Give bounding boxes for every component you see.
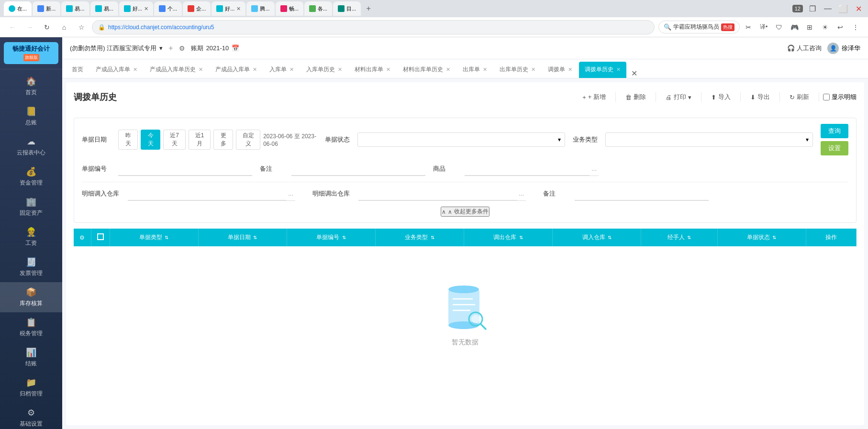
th-out-warehouse[interactable]: 调出仓库 ⇅ — [464, 229, 553, 246]
tab-material-outbound[interactable]: 材料出库单 ✕ — [349, 62, 396, 78]
scissors-icon[interactable]: ✂ — [742, 21, 755, 34]
goods-more-icon[interactable]: ... — [590, 165, 599, 172]
tab-inbound[interactable]: 入库单 ✕ — [264, 62, 300, 78]
date-btn-more[interactable]: 更多 — [213, 130, 233, 150]
grid-icon[interactable]: ⊞ — [803, 21, 816, 34]
date-btn-custom[interactable]: 自定义 — [236, 130, 260, 150]
sidebar-item-cloud-report[interactable]: ☁ 云报表中心 — [0, 132, 62, 162]
refresh-button[interactable]: ↻ — [40, 21, 54, 34]
close-all-tabs-button[interactable]: ✕ — [631, 69, 637, 78]
detail-out-input[interactable] — [358, 186, 517, 200]
restore-window-btn[interactable]: ❐ — [807, 3, 818, 14]
query-button[interactable]: 查询 — [821, 124, 848, 138]
tab-close-outbound-history[interactable]: ✕ — [531, 66, 535, 73]
tab-transfer-history[interactable]: 调拨单历史 ✕ — [579, 62, 626, 78]
sidebar-item-fund[interactable]: 💰 资金管理 — [0, 162, 62, 192]
th-order-date[interactable]: 单据日期 ⇅ — [198, 229, 287, 246]
plus-icon[interactable]: + — [168, 44, 173, 53]
refresh-toolbar-button[interactable]: ↻ 刷新 — [784, 90, 815, 104]
th-order-no[interactable]: 单据编号 ⇅ — [287, 229, 375, 246]
sidebar-item-ledger[interactable]: 📒 总账 — [0, 101, 62, 132]
th-order-type[interactable]: 单据类型 ⇅ — [110, 229, 198, 246]
close-window-btn[interactable]: ✕ — [853, 3, 864, 14]
browser-tab-4[interactable]: 好... ✕ — [119, 1, 153, 16]
th-checkbox[interactable] — [91, 229, 110, 246]
th-handler[interactable]: 经手人 ⇅ — [641, 229, 717, 246]
period-selector[interactable]: 账期 2021-10 📅 — [191, 44, 240, 53]
menu-icon[interactable]: ⋮ — [849, 21, 862, 34]
url-bar[interactable]: 🔒 https://cloud.chanjet.com/accounting/u… — [92, 20, 655, 34]
gear-icon-top[interactable]: ⚙ — [179, 44, 185, 52]
select-all-checkbox[interactable] — [97, 233, 104, 240]
table-settings-icon[interactable]: ⚙ — [79, 234, 85, 241]
tab-outbound-history[interactable]: 出库单历史 ✕ — [494, 62, 541, 78]
export-button[interactable]: ⬇ 导出 — [745, 90, 776, 104]
detail-out-more-icon[interactable]: ... — [517, 190, 526, 197]
tab-close-transfer[interactable]: ✕ — [568, 66, 572, 73]
sidebar-item-invoice[interactable]: 🧾 发票管理 — [0, 252, 62, 282]
date-btn-yesterday[interactable]: 昨天 — [118, 130, 138, 150]
date-btn-today[interactable]: 今天 — [141, 130, 160, 150]
date-btn-7days[interactable]: 近7天 — [163, 130, 185, 150]
remark-input[interactable] — [291, 161, 425, 176]
new-tab-button[interactable]: + — [362, 2, 375, 15]
browser-tab-chanjet[interactable]: 在... — [4, 1, 32, 16]
sidebar-item-tax[interactable]: 📋 税务管理 — [0, 312, 62, 342]
bookmark-button[interactable]: ☆ — [75, 21, 88, 34]
browser-tab-8[interactable]: 腾... — [246, 1, 274, 16]
company-selector[interactable]: (勿删勿禁用) 江西服宝测试专用 ▾ — [70, 44, 163, 53]
tab-close-transfer-history[interactable]: ✕ — [616, 66, 621, 73]
sidebar-item-archive[interactable]: 📁 归档管理 — [0, 373, 62, 403]
sidebar-item-closing[interactable]: 📊 结账 — [0, 342, 62, 373]
browser-search-bar[interactable]: 🔍 学霸应聘场驱鸟员 热搜 — [658, 21, 740, 33]
tab-close-inbound[interactable]: ✕ — [289, 66, 294, 73]
th-biz-type[interactable]: 业务类型 ⇅ — [375, 229, 464, 246]
tab-fg-inbound-2[interactable]: 产成品入库单 ✕ — [210, 62, 263, 78]
minimize-window-btn[interactable]: — — [822, 3, 834, 14]
settings-button[interactable]: 设置 — [821, 141, 848, 155]
tab-close-icon-7[interactable]: ✕ — [236, 6, 241, 12]
delete-button[interactable]: 🗑 删除 — [620, 90, 652, 104]
tab-fg-inbound-history[interactable]: 产成品入库单历史 ✕ — [144, 62, 209, 78]
tab-close-fg-inbound-history[interactable]: ✕ — [199, 66, 203, 73]
browser-tab-1[interactable]: 新... — [33, 1, 60, 16]
collapse-filter-button[interactable]: ∧ ∧ 收起更多条件 — [441, 207, 489, 217]
show-all-toggle[interactable]: 显示明细 — [823, 93, 857, 101]
history-icon[interactable]: ↩ — [834, 21, 847, 34]
remark2-input[interactable] — [575, 186, 709, 200]
tab-outbound[interactable]: 出库单 ✕ — [457, 62, 493, 78]
tab-transfer[interactable]: 调拨单 ✕ — [542, 62, 578, 78]
detail-in-more-icon[interactable]: ... — [286, 190, 295, 197]
user-info[interactable]: 👤 徐泽华 — [827, 43, 860, 54]
browser-tab-3[interactable]: 易... — [90, 1, 118, 16]
browser-tab-11[interactable]: 目... — [333, 1, 361, 16]
maximize-window-btn[interactable]: ⬜ — [837, 3, 849, 14]
tab-home[interactable]: 首页 — [66, 62, 89, 78]
forward-button[interactable]: → — [23, 21, 36, 34]
sidebar-item-fixed-assets[interactable]: 🏢 固定资产 — [0, 192, 62, 222]
biz-type-select[interactable]: ▾ — [605, 132, 813, 147]
sidebar-item-home[interactable]: 🏠 首页 — [0, 71, 62, 101]
user-service[interactable]: 🎧 人工咨询 — [787, 44, 822, 53]
sidebar-item-inventory[interactable]: 📦 库存核算 — [0, 282, 62, 312]
sidebar-item-settings[interactable]: ⚙ 基础设置 — [0, 403, 62, 429]
detail-in-input[interactable] — [128, 186, 286, 200]
status-select[interactable]: ▾ — [357, 132, 565, 147]
tab-close-fg-inbound-2[interactable]: ✕ — [253, 66, 257, 73]
goods-input[interactable] — [465, 161, 590, 176]
tab-close-inbound-history[interactable]: ✕ — [338, 66, 342, 73]
print-button[interactable]: 🖨 打印 ▾ — [660, 90, 697, 104]
order-no-input[interactable] — [118, 161, 252, 176]
translate-icon[interactable]: 译• — [757, 21, 770, 34]
sidebar-item-salary[interactable]: 👷 工资 — [0, 222, 62, 252]
import-button[interactable]: ⬆ 导入 — [705, 90, 736, 104]
tab-close-icon[interactable]: ✕ — [144, 6, 148, 12]
tab-material-outbound-history[interactable]: 材料出库单历史 ✕ — [397, 62, 456, 78]
date-btn-1month[interactable]: 近1月 — [189, 130, 211, 150]
browser-tab-2[interactable]: 易... — [61, 1, 89, 16]
tab-finished-goods-inbound[interactable]: 产成品入库单 ✕ — [90, 62, 143, 78]
tab-inbound-history[interactable]: 入库单历史 ✕ — [300, 62, 348, 78]
back-button[interactable]: ← — [6, 21, 19, 34]
tab-close-fg-inbound[interactable]: ✕ — [133, 66, 137, 73]
browser-tab-9[interactable]: 畅... — [276, 1, 303, 16]
